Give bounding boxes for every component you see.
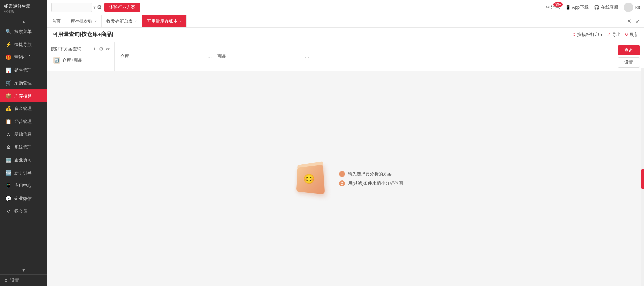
sidebar-item-inventory[interactable]: 📦 库存核算 <box>0 89 47 102</box>
page-header-actions: 🖨 按模板打印 ▾ ↗ 导出 ↻ 刷新 <box>571 32 639 38</box>
print-button[interactable]: 🖨 按模板打印 ▾ <box>571 32 603 38</box>
sidebar-label-vip: 畅会员 <box>14 208 27 214</box>
vip-icon: V <box>5 208 11 214</box>
query-settings-button[interactable]: 设置 <box>618 57 640 68</box>
purchase-icon: 🛒 <box>5 80 11 86</box>
newbie-icon: 🆕 <box>5 170 11 176</box>
sidebar-item-newbie[interactable]: 🆕 新手引导 <box>0 166 47 179</box>
sidebar: 畅康通好生意 标准版 ▲ 🔍 搜索菜单 ⚡ 快捷导航 🎁 营销推广 📊 销售管理… <box>0 0 47 286</box>
tab-receipt-summary[interactable]: 收发存汇总表 × <box>102 15 142 27</box>
warehouse-label: 仓库 <box>120 53 129 59</box>
system-icon: ⚙ <box>5 144 11 150</box>
empty-hint-1: 1 请先选择要分析的方案 <box>339 171 403 177</box>
user-profile[interactable]: Rit <box>624 3 640 12</box>
app-logo: 畅康通好生意 标准版 <box>0 0 47 18</box>
sidebar-item-wechat[interactable]: 💬 企业微信 <box>0 192 47 205</box>
app-download-button[interactable]: 📱 App下载 <box>565 4 589 10</box>
scheme-warehouse-product[interactable]: 🔄 仓库+商品 <box>51 55 111 66</box>
topbar-gear-icon[interactable]: ⚙ <box>97 4 102 10</box>
online-service-label: 在线客服 <box>601 4 618 10</box>
warehouse-input[interactable] <box>131 52 205 61</box>
sidebar-label-marketing: 营销推广 <box>14 54 32 60</box>
tab-inventory-batch-close[interactable]: × <box>95 19 97 23</box>
sidebar-scroll-down[interactable]: ▼ <box>0 267 47 274</box>
collapse-scheme-button[interactable]: ≪ <box>105 46 111 52</box>
empty-box-face: 😊 <box>303 173 315 185</box>
user-avatar <box>624 3 633 12</box>
product-input[interactable] <box>228 52 303 61</box>
query-fields: 仓库 … 商品 … <box>115 42 614 71</box>
tab-inventory-batch[interactable]: 库存批次账 × <box>66 15 102 27</box>
product-more-icon[interactable]: … <box>305 54 309 59</box>
step-2-num: 2 <box>339 180 345 186</box>
sidebar-item-basic[interactable]: 🗂 基础信息 <box>0 128 47 141</box>
sidebar-label-search: 搜索菜单 <box>14 29 32 35</box>
sidebar-item-finance[interactable]: 💰 资金管理 <box>0 102 47 115</box>
schemes-header-label: 按以下方案查询 <box>51 46 81 52</box>
topbar-search-input[interactable] <box>51 3 92 12</box>
empty-hint-1-text: 请先选择要分析的方案 <box>348 171 392 177</box>
refresh-button[interactable]: ↻ 刷新 <box>625 32 639 38</box>
export-button[interactable]: ↗ 导出 <box>607 32 621 38</box>
tab-inventory-batch-label: 库存批次账 <box>71 18 93 24</box>
empty-hint-2: 2 用[过滤]条件来缩小分析范围 <box>339 180 403 186</box>
sidebar-item-system[interactable]: ⚙ 系统管理 <box>0 141 47 154</box>
sidebar-label-enterprise: 企业协同 <box>14 157 32 163</box>
tab-available-inventory[interactable]: 可用量库存账本 × <box>142 15 187 27</box>
empty-state: 😊 1 请先选择要分析的方案 2 用[过滤]条件来缩小分析范围 <box>47 71 644 286</box>
message-button[interactable]: ✉ 消息 99+ <box>546 4 560 10</box>
finance-icon: 💰 <box>5 106 11 112</box>
refresh-icon: ↻ <box>625 32 628 37</box>
tab-available-inventory-close[interactable]: × <box>180 19 182 23</box>
app-download-icon: 📱 <box>565 5 571 10</box>
schemes-header: 按以下方案查询 ＋ ⚙ ≪ <box>51 45 111 52</box>
sidebar-label-inventory: 库存核算 <box>14 93 32 99</box>
headset-icon: 🎧 <box>594 5 599 10</box>
tab-close-button[interactable]: ✕ <box>626 17 633 26</box>
tab-receipt-summary-close[interactable]: × <box>135 19 137 23</box>
right-scrollbar[interactable] <box>641 68 644 286</box>
sidebar-settings[interactable]: ⚙ 设置 <box>0 274 47 286</box>
operations-icon: 📋 <box>5 119 11 125</box>
settings-scheme-button[interactable]: ⚙ <box>99 46 104 52</box>
sidebar-item-app-center[interactable]: 📱 应用中心 <box>0 179 47 192</box>
scrollbar-thumb[interactable] <box>641 169 644 189</box>
tab-receipt-summary-label: 收发存汇总表 <box>106 18 133 24</box>
sidebar-item-marketing[interactable]: 🎁 营销推广 <box>0 51 47 64</box>
warehouse-field-group: 仓库 … <box>120 52 212 61</box>
sidebar-item-purchase[interactable]: 🛒 采购管理 <box>0 77 47 89</box>
search-icon: 🔍 <box>5 29 11 35</box>
query-button[interactable]: 查询 <box>618 45 640 55</box>
sidebar-label-shortcut: 快捷导航 <box>14 42 32 48</box>
tab-available-inventory-label: 可用量库存账本 <box>147 18 178 24</box>
warehouse-more-icon[interactable]: … <box>207 54 212 59</box>
industry-solution-button[interactable]: 体验行业方案 <box>104 3 140 12</box>
marketing-icon: 🎁 <box>5 54 11 60</box>
sidebar-item-shortcut[interactable]: ⚡ 快捷导航 <box>0 38 47 51</box>
username-label: Rit <box>635 5 640 10</box>
sidebar-label-operations: 经营管理 <box>14 119 32 125</box>
online-service-button[interactable]: 🎧 在线客服 <box>594 4 618 10</box>
print-chevron-icon: ▾ <box>600 32 603 37</box>
sidebar-label-system: 系统管理 <box>14 144 32 150</box>
sidebar-menu: 🔍 搜索菜单 ⚡ 快捷导航 🎁 营销推广 📊 销售管理 🛒 采购管理 📦 库存核… <box>0 25 47 267</box>
message-badge: 99+ <box>553 2 563 7</box>
message-icon: ✉ <box>546 5 550 10</box>
add-scheme-button[interactable]: ＋ <box>92 45 97 52</box>
sidebar-item-operations[interactable]: 📋 经营管理 <box>0 115 47 128</box>
sidebar-label-purchase: 采购管理 <box>14 80 32 86</box>
empty-text: 1 请先选择要分析的方案 2 用[过滤]条件来缩小分析范围 <box>339 171 403 186</box>
sidebar-item-sales[interactable]: 📊 销售管理 <box>0 64 47 77</box>
sidebar-label-finance: 资金管理 <box>14 106 32 112</box>
sidebar-item-vip[interactable]: V 畅会员 <box>0 205 47 218</box>
sidebar-scroll-up[interactable]: ▲ <box>0 18 47 25</box>
topbar-chevron-icon[interactable]: ▾ <box>93 5 96 10</box>
sidebar-item-enterprise[interactable]: 🏢 企业协同 <box>0 154 47 166</box>
tab-home[interactable]: 首页 <box>47 15 66 27</box>
empty-illustration: 😊 <box>288 158 329 199</box>
app-download-label: App下载 <box>572 4 589 10</box>
schemes-actions: ＋ ⚙ ≪ <box>92 45 111 52</box>
sidebar-item-search[interactable]: 🔍 搜索菜单 <box>0 25 47 38</box>
tab-expand-button[interactable]: ⤢ <box>634 17 641 26</box>
query-schemes: 按以下方案查询 ＋ ⚙ ≪ 🔄 仓库+商品 <box>47 42 115 71</box>
